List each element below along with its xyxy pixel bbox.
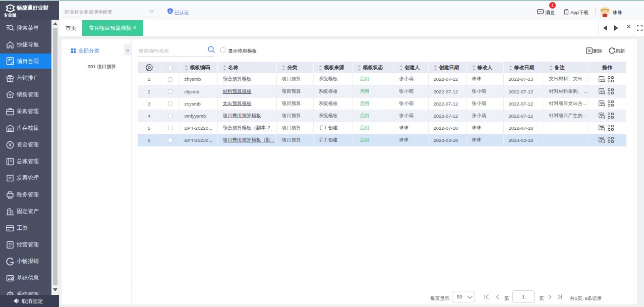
svg-text:企: 企 <box>168 9 172 13</box>
